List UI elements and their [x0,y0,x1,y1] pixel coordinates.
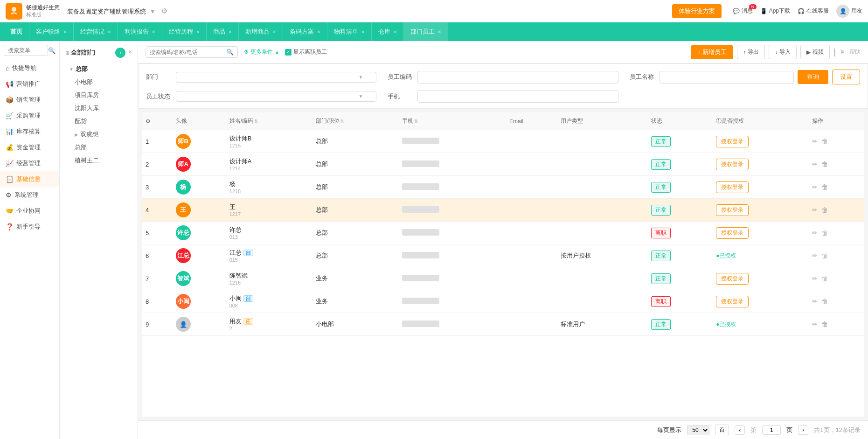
auth-button[interactable]: 授权登录 [716,204,749,216]
next-page-button[interactable]: › [798,425,808,435]
edit-icon[interactable]: ✏ [812,275,818,282]
dept-node-总部[interactable]: 总部 [60,141,138,154]
nav-tab-部门员工[interactable]: 部门员工✕ [404,22,448,41]
nav-tab-新增商品[interactable]: 新增商品✕ [239,22,283,41]
sidebar-item-finance[interactable]: 💰资金管理 [0,139,59,155]
first-page-button[interactable]: 首 [715,425,729,435]
delete-icon[interactable]: 🗑 [821,229,828,237]
edit-icon[interactable]: ✏ [812,321,818,328]
delete-icon[interactable]: 🗑 [821,252,828,259]
nav-tab-物料清单[interactable]: 物料清单✕ [327,22,372,41]
auth-button[interactable]: 授权登录 [716,273,749,285]
th-name[interactable]: 姓名/编码⇅ [226,112,312,130]
tab-close-icon[interactable]: ✕ [228,29,232,35]
sidebar-item-sales[interactable]: 📦销售管理 [0,92,59,108]
trial-button[interactable]: 体验行业方案 [672,4,722,18]
nav-tab-条码方案[interactable]: 条码方案✕ [283,22,327,41]
tab-close-icon[interactable]: ✕ [152,29,155,35]
search-input[interactable] [150,49,224,56]
auth-button[interactable]: 授权登录 [716,296,749,307]
search-menu-input[interactable] [4,45,48,56]
sidebar-item-operation[interactable]: 📈经营管理 [0,155,59,171]
user-avatar-group[interactable]: 👤 用友 [836,5,862,18]
edit-icon[interactable]: ✏ [812,183,818,191]
auth-button[interactable]: 授权登录 [716,181,749,193]
auth-button[interactable]: 授权登录 [716,136,749,147]
sidebar-item-system[interactable]: ⚙系统管理 [0,187,59,203]
page-size-select[interactable]: 50 [687,425,709,435]
set-button[interactable]: 设置 [832,70,860,84]
dept-select[interactable]: ▼ [176,72,376,83]
th-phone[interactable]: 手机⇅ [398,112,506,130]
edit-icon[interactable]: ✏ [812,252,818,259]
nav-tab-客户联络[interactable]: 客户联络✕ [29,22,74,41]
video-button[interactable]: ▶ 视频 [800,45,830,59]
delete-icon[interactable]: 🗑 [821,183,828,191]
dept-node-植树王二[interactable]: 植树王二 [60,154,138,167]
edit-icon[interactable]: ✏ [812,206,818,214]
filter-more-btn[interactable]: ⚗ 更多条件 ▲ [243,48,279,56]
message-icon-group[interactable]: 💬 消息 6 [733,7,753,15]
tab-close-icon[interactable]: ✕ [63,29,67,35]
show-resigned-checkbox[interactable]: ✓ [285,49,292,56]
th-dept[interactable]: 部门/职位⇅ [312,112,398,130]
delete-icon[interactable]: 🗑 [821,206,828,214]
tab-close-icon[interactable]: ✕ [272,29,276,35]
search-submit-icon[interactable]: 🔍 [226,49,234,56]
delete-icon[interactable]: 🗑 [821,275,828,282]
dept-collapse-btn[interactable]: « [128,48,132,58]
import-button[interactable]: ↓ 导入 [769,45,797,59]
tab-close-icon[interactable]: ✕ [107,29,111,35]
dropdown-arrow-icon[interactable]: ▼ [150,8,156,15]
delete-icon[interactable]: 🗑 [821,298,828,305]
app-download-icon-group[interactable]: 📱 App下载 [760,7,790,15]
dept-node-沈阳大库[interactable]: 沈阳大库 [60,102,138,115]
sidebar-item-shortcut[interactable]: ⌂快捷导航 [0,60,59,76]
status-select[interactable]: ▼ [176,91,376,102]
sidebar-item-purchase[interactable]: 🛒采购管理 [0,108,59,124]
nav-tab-利润报告[interactable]: 利润报告✕ [118,22,162,41]
emp-code-input[interactable] [417,71,618,84]
prev-page-button[interactable]: ‹ [735,425,745,435]
sidebar-item-guide[interactable]: ❓新手引导 [0,219,59,235]
tab-close-icon[interactable]: ✕ [196,29,200,35]
dept-node-双虞想[interactable]: ▶双虞想 [60,128,138,141]
delete-icon[interactable]: 🗑 [821,138,828,145]
add-employee-button[interactable]: + 新增员工 [691,45,733,59]
dept-node-小电部[interactable]: 小电部 [60,76,138,89]
phone-input[interactable] [417,90,618,103]
search-button[interactable]: 查询 [798,70,828,84]
page-number-input[interactable] [762,425,781,435]
emp-name-input[interactable] [660,71,794,84]
auth-button[interactable]: 授权登录 [716,227,749,239]
nav-tab-首页[interactable]: 首页 [4,22,29,41]
show-resigned-toggle[interactable]: ✓ 显示离职员工 [285,48,327,56]
support-icon-group[interactable]: 🎧 在线客服 [798,7,829,15]
nav-tab-经营情况[interactable]: 经营情况✕ [74,22,118,41]
auth-button[interactable]: 授权登录 [716,159,749,170]
sidebar-item-inventory[interactable]: 📊库存核算 [0,124,59,139]
sidebar-item-basic[interactable]: 📋基础信息 [0,171,59,187]
dept-add-btn[interactable]: + [115,48,125,58]
edit-icon[interactable]: ✏ [812,229,818,237]
sidebar-item-marketing[interactable]: 📢营销推广 [0,76,59,92]
edit-icon[interactable]: ✏ [812,160,818,168]
help-icon[interactable]: 🖱 [840,49,846,56]
edit-icon[interactable]: ✏ [812,138,818,145]
dept-node-配货[interactable]: 配货 [60,115,138,128]
nav-tab-商品[interactable]: 商品✕ [207,22,239,41]
tab-close-icon[interactable]: ✕ [361,29,365,35]
edit-icon[interactable]: ✏ [812,298,818,305]
tab-close-icon[interactable]: ✕ [317,29,320,35]
delete-icon[interactable]: 🗑 [821,321,828,328]
dept-node-总部[interactable]: ▼总部 [60,63,138,76]
settings-gear-icon[interactable]: ⚙ [161,7,167,15]
tab-close-icon[interactable]: ✕ [437,29,441,35]
delete-icon[interactable]: 🗑 [821,160,828,168]
export-button[interactable]: ↑ 导出 [737,45,765,59]
sidebar-item-enterprise[interactable]: 🤝企业协同 [0,203,59,219]
nav-tab-仓库[interactable]: 仓库✕ [372,22,404,41]
more-options-icon[interactable]: | [833,47,836,57]
nav-tab-经营历程[interactable]: 经营历程✕ [162,22,207,41]
tab-close-icon[interactable]: ✕ [393,29,397,35]
